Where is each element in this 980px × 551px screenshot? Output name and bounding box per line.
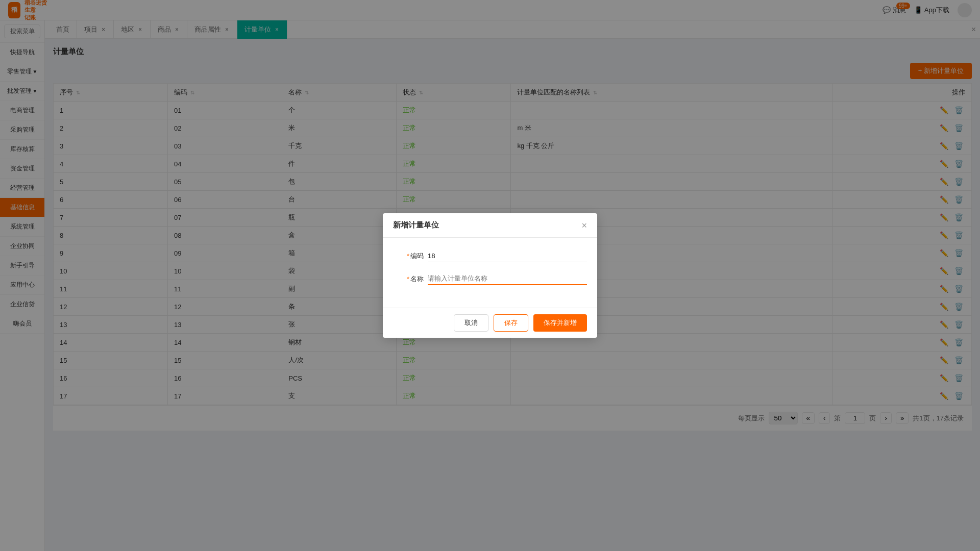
- modal-body: *编码 *名称: [383, 238, 597, 308]
- save-button[interactable]: 保存: [494, 314, 528, 332]
- code-input[interactable]: [428, 250, 587, 262]
- modal-footer: 取消 保存 保存并新增: [383, 308, 597, 338]
- modal-overlay: 新增计量单位 × *编码 *名称 取消 保存 保存并新增: [0, 0, 980, 551]
- form-row-code: *编码: [393, 250, 587, 262]
- required-star-name: *: [407, 275, 409, 283]
- name-label: *名称: [393, 274, 424, 284]
- modal-close-button[interactable]: ×: [581, 221, 587, 230]
- modal-header: 新增计量单位 ×: [383, 213, 597, 238]
- cancel-button[interactable]: 取消: [454, 314, 488, 332]
- save-continue-button[interactable]: 保存并新增: [533, 314, 587, 332]
- name-input[interactable]: [428, 272, 587, 285]
- code-label: *编码: [393, 252, 424, 261]
- modal-title: 新增计量单位: [393, 220, 439, 230]
- form-row-name: *名称: [393, 272, 587, 285]
- required-star-code: *: [407, 252, 409, 260]
- add-unit-modal: 新增计量单位 × *编码 *名称 取消 保存 保存并新增: [383, 213, 597, 338]
